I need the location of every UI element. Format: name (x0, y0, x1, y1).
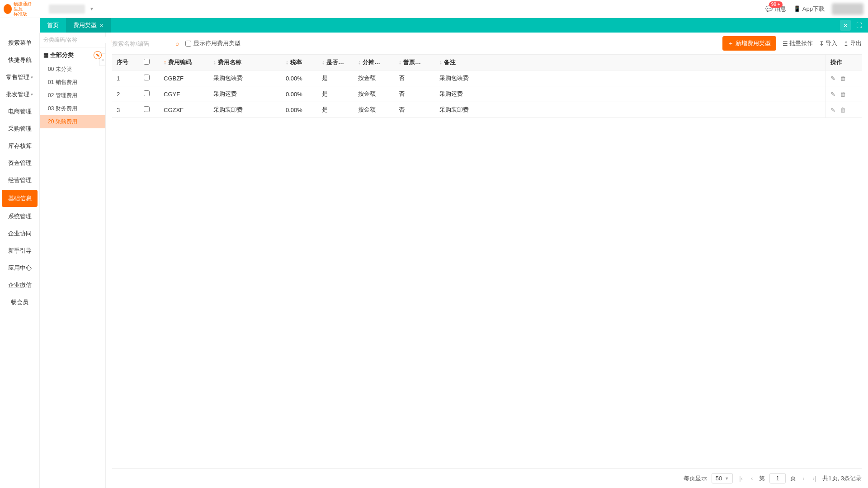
tab-close-all-button[interactable]: ✕ (840, 20, 851, 31)
cell-index: 1 (112, 70, 139, 86)
th-yesno[interactable]: ▲▼是否… (317, 55, 354, 70)
category-all[interactable]: ▦ 全部分类 ✎ (40, 47, 105, 63)
import-button[interactable]: ↧ 导入 (819, 39, 837, 47)
messages-link[interactable]: 💬 消息 99 + (765, 5, 786, 13)
nav-item-label: 搜索菜单 (8, 39, 32, 47)
th-name[interactable]: ▲▼费用名称 (209, 55, 281, 70)
nav-item-6[interactable]: 库存核算 (0, 137, 39, 155)
nav-item-2[interactable]: 零售管理▼ (0, 69, 39, 86)
page-input[interactable] (769, 473, 786, 483)
org-switcher[interactable]: ▼ (49, 5, 94, 14)
mobile-icon: 📱 (793, 5, 801, 12)
chevron-down-icon: ▼ (725, 476, 729, 481)
select-all-checkbox[interactable] (144, 59, 150, 65)
th-code[interactable]: ▲▼费用编码 (159, 55, 209, 70)
cell-select[interactable] (139, 86, 159, 102)
th-remark[interactable]: ▲▼备注 (435, 55, 826, 70)
cell-rate: 0.00% (281, 70, 317, 86)
category-item-1[interactable]: 01 销售费用 (40, 76, 105, 89)
search-input[interactable] (112, 38, 175, 49)
cell-remark: 采购装卸费 (435, 102, 826, 118)
page-last-button[interactable]: ›| (811, 475, 818, 482)
th-ticket[interactable]: ▲▼普票… (394, 55, 435, 70)
nav-item-13[interactable]: 应用中心 (0, 259, 39, 277)
cell-select[interactable] (139, 70, 159, 86)
row-checkbox[interactable] (144, 90, 150, 96)
add-expense-type-button[interactable]: ＋ 新增费用类型 (722, 36, 776, 51)
category-item-3[interactable]: 03 财务费用 (40, 102, 105, 115)
delete-icon[interactable]: 🗑 (840, 107, 846, 113)
brand-logo: 畅捷通好生意 标准版 (0, 1, 40, 16)
nav-item-12[interactable]: 新手引导 (0, 242, 39, 259)
edit-icon[interactable]: ✎ (830, 75, 835, 82)
per-page-value: 50 (716, 475, 722, 482)
app-download-link[interactable]: 📱 App下载 (793, 5, 825, 13)
tab-1[interactable]: 费用类型✕ (66, 18, 111, 33)
export-button[interactable]: ↥ 导出 (844, 39, 862, 47)
page-summary: 共1页, 3条记录 (822, 474, 862, 483)
page-prev-button[interactable]: ‹ (749, 475, 755, 482)
nav-item-15[interactable]: 畅会员 (0, 294, 39, 311)
batch-ops-button[interactable]: ☰ 批量操作 (783, 39, 813, 47)
nav-item-3[interactable]: 批发管理▼ (0, 86, 39, 103)
cell-select[interactable] (139, 102, 159, 118)
cell-ops: ✎🗑 (826, 102, 862, 118)
page-prefix: 第 (759, 474, 765, 483)
nav-item-label: 畅会员 (11, 298, 28, 306)
th-select-all[interactable] (139, 55, 159, 70)
per-page-select[interactable]: 50 ▼ (712, 473, 733, 483)
cell-yesno: 是 (317, 86, 354, 102)
nav-item-1[interactable]: 快捷导航 (0, 52, 39, 69)
search-icon[interactable]: ⌕ (175, 40, 179, 47)
category-item-0[interactable]: 00 未分类 (40, 63, 105, 76)
main-content: ⌕ 显示停用费用类型 ＋ 新增费用类型 ☰ 批量操作 ↧ 导入 (106, 33, 868, 488)
close-icon[interactable]: ✕ (99, 23, 104, 28)
nav-item-8[interactable]: 经营管理 (0, 172, 39, 189)
nav-item-10[interactable]: 系统管理 (0, 208, 39, 225)
page-next-button[interactable]: › (801, 475, 806, 482)
brand-icon (4, 4, 12, 14)
show-disabled-checkbox-input[interactable] (185, 41, 191, 47)
row-checkbox[interactable] (144, 75, 150, 80)
cell-code: CGBZF (159, 70, 209, 86)
fullscreen-button[interactable]: ⛶ (854, 20, 864, 31)
page-suffix: 页 (790, 474, 796, 483)
row-checkbox[interactable] (144, 106, 150, 112)
page-first-button[interactable]: |‹ (737, 475, 745, 482)
th-rate[interactable]: ▲▼税率 (281, 55, 317, 70)
category-edit-button[interactable]: ✎ (94, 51, 102, 59)
per-page-label: 每页显示 (684, 474, 707, 483)
cell-remark: 采购运费 (435, 86, 826, 102)
delete-icon[interactable]: 🗑 (840, 91, 846, 98)
user-menu[interactable] (832, 3, 863, 15)
nav-item-14[interactable]: 企业微信 (0, 277, 39, 294)
nav-item-7[interactable]: 资金管理 (0, 155, 39, 172)
nav-item-4[interactable]: 电商管理 (0, 103, 39, 120)
category-item-4[interactable]: 20 采购费用 (40, 115, 105, 128)
th-alloc[interactable]: ▲▼分摊… (354, 55, 394, 70)
nav-item-0[interactable]: 搜索菜单 (0, 34, 39, 52)
nav-item-11[interactable]: 企业协同 (0, 225, 39, 242)
chevron-down-icon: ▼ (90, 6, 94, 11)
nav-item-5[interactable]: 采购管理 (0, 120, 39, 137)
cell-alloc: 按金额 (354, 86, 394, 102)
show-disabled-checkbox[interactable]: 显示停用费用类型 (185, 39, 241, 47)
category-item-2[interactable]: 02 管理费用 (40, 89, 105, 102)
category-search-input[interactable] (43, 37, 111, 43)
tab-0[interactable]: 首页 (40, 18, 66, 33)
delete-icon[interactable]: 🗑 (840, 75, 846, 82)
nav-item-label: 应用中心 (8, 264, 32, 272)
brand-name-top: 畅捷通好生意 (14, 1, 36, 11)
export-label: 导出 (850, 39, 862, 47)
edit-icon[interactable]: ✎ (830, 91, 835, 98)
nav-item-9[interactable]: 基础信息 (2, 190, 38, 207)
tab-label: 费用类型 (73, 21, 97, 29)
left-nav: 搜索菜单快捷导航零售管理▼批发管理▼电商管理采购管理库存核算资金管理经营管理基础… (0, 33, 40, 488)
messages-badge: 99 + (769, 1, 783, 8)
top-header: 畅捷通好生意 标准版 ▼ 💬 消息 99 + 📱 App下载 (0, 0, 868, 18)
th-index[interactable]: 序号 (112, 55, 139, 70)
category-all-label: 全部分类 (50, 51, 74, 59)
edit-icon[interactable]: ✎ (830, 107, 835, 113)
export-icon: ↥ (844, 40, 849, 47)
cell-ticket: 否 (394, 102, 435, 118)
